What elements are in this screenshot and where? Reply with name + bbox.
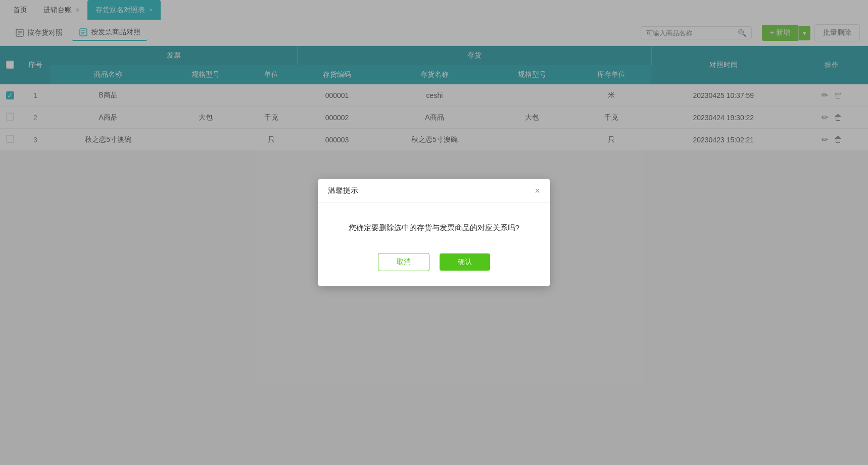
dialog-overlay: 温馨提示 × 您确定要删除选中的存货与发票商品的对应关系吗? 取消 确认 [0, 0, 868, 151]
